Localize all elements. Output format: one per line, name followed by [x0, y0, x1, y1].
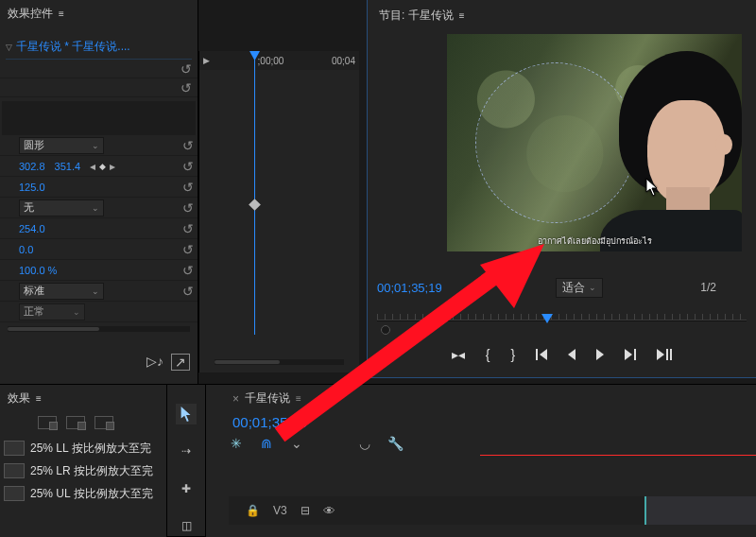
- compositing-select[interactable]: 正常 ⌄: [19, 303, 85, 320]
- nest-sequence-icon[interactable]: ✳: [229, 436, 244, 451]
- effect-controls-title: 效果控件: [8, 6, 53, 22]
- mask-scale-value[interactable]: 125.0: [19, 182, 45, 193]
- reset-icon[interactable]: ↺: [182, 284, 194, 299]
- mask-shape-select[interactable]: 圆形 ⌄: [19, 137, 104, 154]
- program-zoom-bar[interactable]: [377, 306, 747, 329]
- mark-in-icon[interactable]: ▸◂: [452, 347, 465, 362]
- set-out-icon[interactable]: }: [511, 347, 516, 362]
- reset-icon[interactable]: ↺: [182, 200, 194, 216]
- settings-wrench-icon[interactable]: 🔧: [387, 436, 403, 451]
- program-monitor-title-bar: 节目: 千星传说 ≡: [368, 0, 756, 31]
- reset-icon[interactable]: ↺: [182, 242, 194, 257]
- yuv-effect-filter-icon[interactable]: [94, 416, 113, 429]
- chevron-down-icon: ⌄: [73, 307, 80, 317]
- track-visibility-icon[interactable]: 👁: [323, 504, 335, 518]
- sequence-tab-name[interactable]: 千星传说: [245, 390, 290, 407]
- effect-controls-title-bar: 效果控件 ≡: [0, 0, 198, 27]
- panel-menu-icon[interactable]: ≡: [59, 9, 64, 19]
- video-preview-image: อากาศได้เลยต้องมีอุปกรณ์อะไร: [447, 34, 742, 251]
- mask-pos-x[interactable]: 302.8: [19, 161, 45, 172]
- set-in-icon[interactable]: {: [486, 347, 490, 362]
- zoom-fit-select[interactable]: 适合 ⌄: [556, 278, 603, 298]
- track-select-tool-icon[interactable]: ⇢: [176, 442, 197, 462]
- step-forward-icon[interactable]: [625, 349, 636, 360]
- preset-item[interactable]: 25% LR 按比例放大至完: [0, 459, 166, 482]
- property-value[interactable]: 254.0: [19, 223, 45, 234]
- property-row-e: 0.0 ↺: [0, 239, 198, 260]
- mini-timeline-scrollbar[interactable]: [215, 359, 344, 365]
- video-subtitle-text: อากาศได้เลยต้องมีอุปกรณ์อะไร: [538, 234, 652, 248]
- marker-icon[interactable]: ◡: [357, 436, 372, 451]
- video-track-header[interactable]: 🔒 V3 ⊟ 👁: [229, 496, 756, 525]
- source-clip-tab[interactable]: ▽ 千星传说 * 千星传说....: [6, 35, 192, 60]
- circular-mask-overlay[interactable]: [475, 62, 636, 223]
- timeline-ruler[interactable]: ;00;00: [480, 432, 756, 449]
- program-timecode[interactable]: 00;01;35;19: [377, 281, 442, 295]
- reset-icon[interactable]: ↺: [182, 138, 194, 153]
- mask-feather-select[interactable]: 无 ⌄: [19, 199, 104, 217]
- zoom-handle-icon[interactable]: [381, 325, 390, 335]
- effect-controls-mini-timeline[interactable]: ▶ ;00;00 00;04: [198, 51, 359, 372]
- program-readout-row: 00;01;35;19 适合 ⌄ 1/2: [377, 278, 747, 297]
- snap-toggle-icon[interactable]: ⋒: [259, 436, 274, 451]
- timeline-tab-bar: × 千星传说 ≡: [206, 385, 756, 410]
- selection-tool-icon[interactable]: [176, 404, 197, 424]
- auto-play-icon[interactable]: ▷♪: [146, 354, 163, 371]
- panel-menu-icon[interactable]: ≡: [36, 393, 42, 404]
- panel-menu-icon[interactable]: ≡: [296, 393, 301, 404]
- preset-label: 25% LL 按比例放大至完: [30, 441, 151, 457]
- go-to-in-icon[interactable]: [536, 349, 547, 360]
- preset-thumbnail-icon: [4, 441, 25, 456]
- ripple-edit-tool-icon[interactable]: ✚: [176, 478, 197, 499]
- add-keyframe-icon[interactable]: ◆: [99, 162, 106, 171]
- reset-icon[interactable]: ↺: [182, 221, 194, 236]
- timeline-render-bar: [480, 455, 756, 456]
- mini-play-icon[interactable]: ▶: [203, 56, 210, 65]
- mask-scale-row: 125.0 ↺: [0, 177, 198, 198]
- reset-icon[interactable]: ↺: [182, 180, 194, 195]
- play-icon[interactable]: [596, 349, 604, 360]
- reset-icon[interactable]: ↺: [182, 159, 194, 174]
- mini-timeline-ruler[interactable]: ▶ ;00;00 00;04: [199, 51, 359, 70]
- property-value[interactable]: 0.0: [19, 244, 33, 255]
- mask-feather-row: 无 ⌄ ↺: [0, 198, 198, 218]
- accelerated-effect-filter-icon[interactable]: [38, 416, 57, 429]
- timeline-clip[interactable]: [644, 496, 756, 525]
- prev-keyframe-icon[interactable]: ◂: [90, 160, 95, 173]
- program-video-frame[interactable]: อากาศได้เลยต้องมีอุปกรณ์อะไร: [447, 34, 742, 251]
- property-panel-scrollbar[interactable]: [8, 326, 190, 332]
- mask-pos-y[interactable]: 351.4: [55, 161, 81, 172]
- razor-tool-icon[interactable]: ◫: [176, 516, 197, 537]
- track-target-icon[interactable]: ⊟: [301, 504, 310, 517]
- program-title: 节目: 千星传说: [379, 8, 454, 24]
- opacity-row: 100.0 % ↺: [0, 260, 198, 281]
- 32bit-effect-filter-icon[interactable]: [66, 416, 85, 429]
- next-keyframe-icon[interactable]: ▸: [110, 160, 115, 173]
- property-group-spacer: ↺: [0, 78, 198, 97]
- resolution-fraction[interactable]: 1/2: [700, 281, 716, 294]
- disclosure-triangle-icon: ▽: [6, 43, 12, 52]
- opacity-value[interactable]: 100.0 %: [19, 265, 57, 276]
- go-to-out-icon[interactable]: [657, 349, 672, 360]
- panel-menu-icon[interactable]: ≡: [459, 10, 465, 21]
- step-back-icon[interactable]: [568, 349, 576, 360]
- chevron-down-icon: ⌄: [92, 203, 99, 213]
- reset-icon[interactable]: ↺: [182, 263, 194, 278]
- reset-icon[interactable]: ↺: [175, 78, 198, 97]
- linked-selection-icon[interactable]: ⌄: [289, 436, 304, 451]
- track-label: V3: [273, 504, 287, 517]
- close-tab-icon[interactable]: ×: [232, 392, 239, 406]
- timeline-timecode[interactable]: 00;01;35;19: [206, 410, 756, 432]
- property-text-area[interactable]: [2, 101, 196, 135]
- preset-item[interactable]: 25% UL 按比例放大至完: [0, 482, 166, 505]
- preset-item[interactable]: 25% LL 按比例放大至完: [0, 437, 166, 459]
- keyframe-marker-icon[interactable]: [249, 199, 261, 211]
- compositing-value: 正常: [24, 304, 44, 319]
- effects-filter-icon-row: [0, 412, 166, 437]
- export-icon[interactable]: ↗: [171, 354, 190, 371]
- track-lock-icon[interactable]: 🔒: [246, 504, 260, 517]
- mini-playhead[interactable]: [254, 51, 255, 335]
- reset-icon[interactable]: ↺: [175, 60, 198, 78]
- fit-label: 适合: [562, 280, 585, 296]
- blend-mode-select[interactable]: 标准 ⌄: [19, 283, 104, 300]
